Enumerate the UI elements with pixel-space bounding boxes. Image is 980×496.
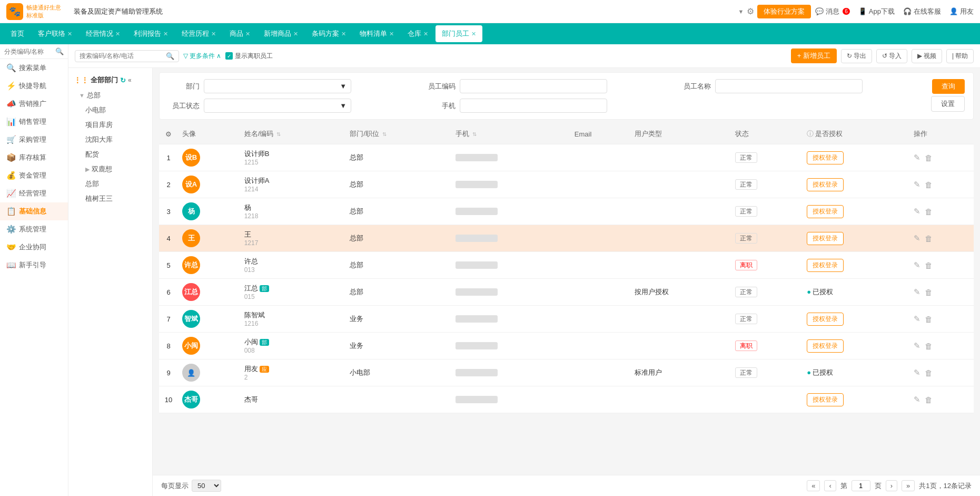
- dept-item-shenyang[interactable]: 沈阳大库: [68, 132, 152, 147]
- filter-dept-select[interactable]: ▼: [204, 79, 351, 93]
- close-icon[interactable]: ✕: [163, 31, 168, 37]
- delete-icon[interactable]: 🗑: [925, 368, 933, 377]
- app-download-item[interactable]: 📱 App下载: [858, 7, 895, 16]
- authorize-button[interactable]: 授权登录: [807, 313, 844, 326]
- dept-item-distribution[interactable]: 配货: [68, 147, 152, 162]
- authorize-button[interactable]: 授权登录: [807, 205, 844, 218]
- filter-empname-input[interactable]: [715, 79, 863, 93]
- dept-item-small-elec[interactable]: 小电部: [68, 103, 152, 118]
- close-icon[interactable]: ✕: [293, 31, 298, 37]
- nav-tab-bom[interactable]: 物料清单 ✕: [353, 25, 400, 42]
- sidebar-item-purchase[interactable]: 🛒 采购管理: [0, 131, 68, 149]
- filter-search-button[interactable]: 查询: [932, 79, 965, 94]
- delete-icon[interactable]: 🗑: [925, 261, 933, 270]
- col-settings[interactable]: ⚙: [159, 124, 178, 144]
- sidebar-item-guide[interactable]: 📖 新手引导: [0, 256, 68, 274]
- per-page-select[interactable]: 50 100 200: [192, 480, 221, 492]
- edit-icon[interactable]: ✎: [914, 260, 920, 270]
- nav-tab-department[interactable]: 部门员工 ✕: [435, 25, 482, 42]
- edit-icon[interactable]: ✎: [914, 368, 920, 377]
- search-icon[interactable]: 🔍: [166, 52, 174, 60]
- col-phone[interactable]: 手机 ⇅: [451, 124, 570, 144]
- sidebar-item-basic-info[interactable]: 📋 基础信息: [0, 202, 68, 220]
- edit-icon[interactable]: ✎: [914, 287, 920, 297]
- authorize-button[interactable]: 授权登录: [807, 178, 844, 191]
- edit-icon[interactable]: ✎: [914, 341, 920, 351]
- refresh-icon[interactable]: ↻: [120, 76, 126, 84]
- authorize-button[interactable]: 授权登录: [807, 339, 844, 353]
- nav-tab-profit[interactable]: 利润报告 ✕: [127, 25, 174, 42]
- sidebar-item-search[interactable]: 🔍 搜索菜单: [0, 59, 68, 77]
- authorize-button[interactable]: 授权登录: [807, 393, 844, 406]
- message-item[interactable]: 💬 消息 6: [815, 7, 850, 16]
- sidebar-item-finance[interactable]: 💰 资金管理: [0, 167, 68, 184]
- nav-tab-process[interactable]: 经营历程 ✕: [175, 25, 222, 42]
- close-icon[interactable]: ✕: [471, 31, 476, 37]
- nav-tab-add-goods[interactable]: 新增商品 ✕: [258, 25, 304, 42]
- edit-icon[interactable]: ✎: [914, 153, 920, 162]
- last-page-button[interactable]: »: [902, 480, 915, 491]
- close-icon[interactable]: ✕: [115, 31, 120, 37]
- first-page-button[interactable]: «: [807, 480, 820, 491]
- sidebar-item-marketing[interactable]: 📣 营销推广: [0, 95, 68, 113]
- edit-icon[interactable]: ✎: [914, 395, 920, 404]
- sidebar-item-quicknav[interactable]: ⚡ 快捷导航: [0, 77, 68, 95]
- close-icon[interactable]: ✕: [245, 31, 250, 37]
- info-icon[interactable]: ⓘ: [807, 130, 814, 138]
- trial-button[interactable]: 体验行业方案: [757, 5, 811, 18]
- next-page-button[interactable]: ›: [886, 480, 897, 491]
- add-employee-button[interactable]: + 新增员工: [791, 48, 837, 63]
- edit-icon[interactable]: ✎: [914, 207, 920, 216]
- export-button[interactable]: ↻ 导出: [841, 49, 872, 63]
- dept-item-zhishu[interactable]: 植树王三: [68, 191, 152, 206]
- sidebar-item-sales[interactable]: 📊 销售管理: [0, 113, 68, 131]
- delete-icon[interactable]: 🗑: [925, 234, 933, 243]
- col-dept[interactable]: 部门/职位 ⇅: [345, 124, 451, 144]
- delete-icon[interactable]: 🗑: [925, 342, 933, 351]
- nav-tab-home[interactable]: 首页: [4, 25, 31, 42]
- dept-item-general[interactable]: ▼ 总部: [68, 88, 152, 103]
- filter-empcode-input[interactable]: [460, 79, 607, 93]
- delete-icon[interactable]: 🗑: [925, 315, 933, 324]
- delete-icon[interactable]: 🗑: [925, 288, 933, 297]
- nav-tab-warehouse[interactable]: 仓库 ✕: [401, 25, 434, 42]
- sidebar-item-collab[interactable]: 🤝 企业协同: [0, 238, 68, 256]
- close-icon[interactable]: ✕: [341, 31, 346, 37]
- more-conditions-btn[interactable]: ▽ 更多条件 ∧: [183, 52, 221, 61]
- delete-icon[interactable]: 🗑: [925, 207, 933, 216]
- view-button[interactable]: ▶ 视频: [912, 49, 942, 63]
- filter-phone-input[interactable]: [460, 99, 607, 113]
- sidebar-item-system[interactable]: ⚙️ 系统管理: [0, 220, 68, 238]
- settings-icon[interactable]: ⚙: [747, 6, 754, 16]
- dept-item-headquarters[interactable]: 总部: [68, 177, 152, 191]
- sys-dropdown-arrow[interactable]: ▼: [738, 8, 744, 15]
- online-service-item[interactable]: 🎧 在线客服: [903, 7, 941, 16]
- edit-icon[interactable]: ✎: [914, 234, 920, 243]
- delete-icon[interactable]: 🗑: [925, 180, 933, 189]
- help-button[interactable]: | 帮助: [946, 49, 974, 63]
- sidebar-item-operations[interactable]: 📈 经营管理: [0, 184, 68, 202]
- close-icon[interactable]: ✕: [211, 31, 216, 37]
- nav-tab-barcode[interactable]: 条码方案 ✕: [305, 25, 352, 42]
- filter-status-select[interactable]: ▼: [204, 99, 351, 113]
- import-button[interactable]: ↺ 导入: [876, 49, 907, 63]
- show-resigned-toggle[interactable]: ✓ 显示离职员工: [225, 52, 273, 61]
- nav-tab-goods[interactable]: 商品 ✕: [223, 25, 256, 42]
- delete-icon[interactable]: 🗑: [925, 395, 933, 404]
- authorize-button[interactable]: 授权登录: [807, 151, 844, 164]
- page-input[interactable]: [852, 480, 870, 491]
- authorize-button[interactable]: 授权登录: [807, 259, 844, 272]
- close-icon[interactable]: ✕: [67, 31, 72, 37]
- authorize-button[interactable]: 授权登录: [807, 232, 844, 245]
- employee-search-input[interactable]: [80, 52, 164, 60]
- sidebar-search-icon[interactable]: 🔍: [55, 47, 64, 55]
- nav-tab-business[interactable]: 经营情况 ✕: [80, 25, 126, 42]
- nav-tab-customer[interactable]: 客户联络 ✕: [32, 25, 78, 42]
- col-name[interactable]: 姓名/编码 ⇅: [240, 124, 346, 144]
- filter-reset-button[interactable]: 设置: [931, 96, 965, 112]
- collapse-icon[interactable]: «: [128, 76, 132, 84]
- close-icon[interactable]: ✕: [423, 31, 428, 37]
- dept-item-project-store[interactable]: 项目库房: [68, 118, 152, 132]
- sidebar-search-input[interactable]: [4, 48, 53, 55]
- user-item[interactable]: 👤 用友: [949, 7, 974, 16]
